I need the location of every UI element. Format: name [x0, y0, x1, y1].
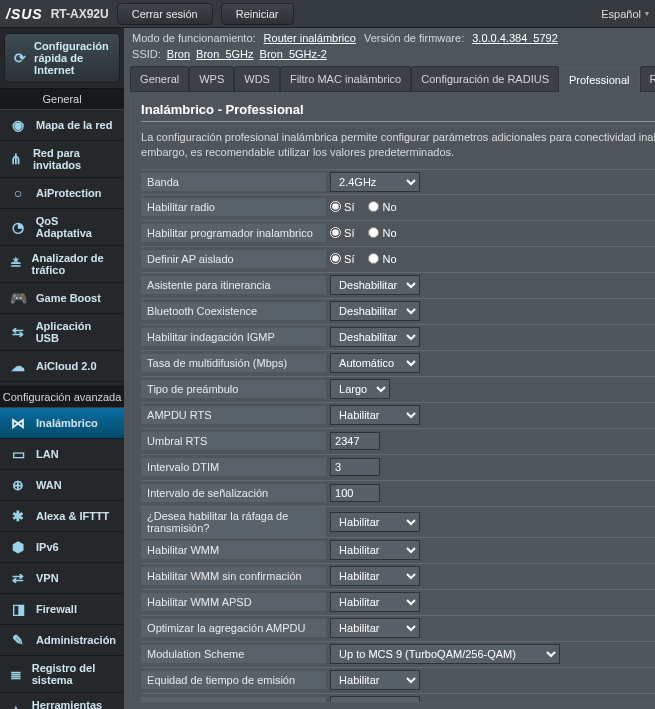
select-15[interactable]: Habilitar	[330, 566, 420, 586]
select-0[interactable]: 2.4GHz	[330, 172, 420, 192]
input-11[interactable]	[330, 458, 380, 476]
mode-value[interactable]: Router inalámbrico	[264, 32, 356, 44]
sidebar-general-item-3[interactable]: ◔QoS Adaptativa	[0, 209, 124, 246]
sidebar: ⟳ Configuración rápida de Internet Gener…	[0, 28, 124, 709]
form-row-4: Asistente para itineranciaDeshabilitar	[141, 273, 655, 299]
form-row-13: ¿Desea habilitar la ráfaga de transmisió…	[141, 507, 655, 538]
sidebar-advanced-item-4[interactable]: ⬢IPv6	[0, 532, 124, 563]
sidebar-advanced-item-0[interactable]: ⋈Inalámbrico	[0, 408, 124, 439]
select-4[interactable]: Deshabilitar	[330, 275, 420, 295]
select-19[interactable]: Habilitar	[330, 670, 420, 690]
quick-line2: rápida de Internet	[34, 52, 83, 76]
radio-3-1[interactable]: No	[368, 253, 396, 265]
sidebar-advanced-item-icon-2: ⊕	[8, 476, 28, 494]
sidebar-section-advanced: Configuración avanzada	[0, 386, 124, 408]
sidebar-general-item-icon-0: ◉	[8, 116, 28, 134]
select-8[interactable]: Largo	[330, 379, 390, 399]
sidebar-general-item-4[interactable]: ≛Analizador de tráfico	[0, 246, 124, 283]
reboot-button[interactable]: Reiniciar	[221, 3, 294, 25]
header-info: Modo de funcionamiento: Router inalámbri…	[124, 28, 655, 62]
radio-1-1[interactable]: No	[368, 201, 396, 213]
form-label-16: Habilitar WMM APSD	[141, 593, 326, 611]
radio-input-2-0[interactable]	[330, 227, 341, 238]
ssid-3: Bron_5GHz-2	[260, 48, 327, 60]
tab-wds[interactable]: WDS	[234, 66, 280, 91]
select-7[interactable]: Automático	[330, 353, 420, 373]
select-20[interactable]: Habilitar	[330, 696, 420, 703]
form-value-8: Largo	[326, 377, 655, 401]
sidebar-advanced-item-6[interactable]: ◨Firewall	[0, 594, 124, 625]
sidebar-advanced-item-3[interactable]: ✱Alexa & IFTTT	[0, 501, 124, 532]
quick-setup-button[interactable]: ⟳ Configuración rápida de Internet	[4, 33, 120, 83]
select-9[interactable]: Habilitar	[330, 405, 420, 425]
form-value-1: SíNo	[326, 199, 655, 217]
form-row-14: Habilitar WMMHabilitar	[141, 538, 655, 564]
sidebar-general-item-icon-1: ⋔	[8, 150, 25, 168]
sidebar-general-item-0[interactable]: ◉Mapa de la red	[0, 110, 124, 141]
form-row-1: Habilitar radioSíNo	[141, 195, 655, 221]
radio-input-2-1[interactable]	[368, 227, 379, 238]
select-17[interactable]: Habilitar	[330, 618, 420, 638]
sidebar-general-item-1[interactable]: ⋔Red para invitados	[0, 141, 124, 178]
form-label-20: Beamforming explícito	[141, 697, 326, 703]
sidebar-advanced-item-9[interactable]: ✦Herramientas de red	[0, 693, 124, 709]
tabs: GeneralWPSWDSFiltro MAC inalámbricoConfi…	[130, 66, 655, 92]
radio-3-0[interactable]: Sí	[330, 253, 354, 265]
sidebar-advanced-item-label-6: Firewall	[36, 603, 77, 615]
radio-input-1-1[interactable]	[368, 201, 379, 212]
select-13[interactable]: Habilitar	[330, 512, 420, 532]
sidebar-general-item-label-5: Game Boost	[36, 292, 101, 304]
sidebar-advanced-item-8[interactable]: ≣Registro del sistema	[0, 656, 124, 693]
radio-2-1[interactable]: No	[368, 227, 396, 239]
radio-2-0[interactable]: Sí	[330, 227, 354, 239]
select-6[interactable]: Deshabilitar	[330, 327, 420, 347]
sidebar-general-item-label-3: QoS Adaptativa	[36, 215, 116, 239]
form-row-12: Intervalo de señalización	[141, 481, 655, 507]
form-value-9: Habilitar	[326, 403, 655, 427]
input-10[interactable]	[330, 432, 380, 450]
tab-roaming-block-list[interactable]: Roaming Block List	[640, 66, 655, 91]
form-row-18: Modulation SchemeUp to MCS 9 (TurboQAM/2…	[141, 642, 655, 668]
radio-input-3-1[interactable]	[368, 253, 379, 264]
tab-general[interactable]: General	[130, 66, 189, 91]
form-label-12: Intervalo de señalización	[141, 484, 326, 502]
tab-filtro-mac-inalámbrico[interactable]: Filtro MAC inalámbrico	[280, 66, 411, 91]
chevron-down-icon: ▾	[645, 9, 649, 18]
select-5[interactable]: Deshabilitar	[330, 301, 420, 321]
form-label-15: Habilitar WMM sin confirmación	[141, 567, 326, 585]
sidebar-advanced-item-1[interactable]: ▭LAN	[0, 439, 124, 470]
radio-input-1-0[interactable]	[330, 201, 341, 212]
form-label-0: Banda	[141, 173, 326, 191]
sidebar-general-item-7[interactable]: ☁AiCloud 2.0	[0, 351, 124, 382]
sidebar-general-item-icon-5: 🎮	[8, 289, 28, 307]
logout-button[interactable]: Cerrar sesión	[117, 3, 213, 25]
sidebar-general-item-6[interactable]: ⇆Aplicación USB	[0, 314, 124, 351]
form-row-17: Optimizar la agregación AMPDUHabilitar	[141, 616, 655, 642]
select-14[interactable]: Habilitar	[330, 540, 420, 560]
fw-value[interactable]: 3.0.0.4.384_5792	[472, 32, 558, 44]
form-row-19: Equidad de tiempo de emisiónHabilitar	[141, 668, 655, 694]
brand-logo: /SUS	[6, 6, 43, 22]
select-16[interactable]: Habilitar	[330, 592, 420, 612]
language-dropdown[interactable]: Español ▾	[601, 8, 649, 20]
radio-1-0[interactable]: Sí	[330, 201, 354, 213]
tab-wps[interactable]: WPS	[189, 66, 234, 91]
select-18[interactable]: Up to MCS 9 (TurboQAM/256-QAM)	[330, 644, 560, 664]
sidebar-advanced-item-label-5: VPN	[36, 572, 59, 584]
sidebar-advanced-item-2[interactable]: ⊕WAN	[0, 470, 124, 501]
input-12[interactable]	[330, 484, 380, 502]
sidebar-general-item-5[interactable]: 🎮Game Boost	[0, 283, 124, 314]
sidebar-general-item-2[interactable]: ○AiProtection	[0, 178, 124, 209]
tab-configuración-de-radius[interactable]: Configuración de RADIUS	[411, 66, 559, 91]
sidebar-general-item-icon-4: ≛	[8, 255, 24, 273]
tab-professional[interactable]: Professional	[559, 67, 640, 92]
fw-label: Versión de firmware:	[364, 32, 464, 44]
sidebar-advanced-item-5[interactable]: ⇄VPN	[0, 563, 124, 594]
form-value-3: SíNo	[326, 251, 655, 269]
topbar: /SUS RT-AX92U Cerrar sesión Reiniciar Es…	[0, 0, 655, 28]
radio-input-3-0[interactable]	[330, 253, 341, 264]
mode-label: Modo de funcionamiento:	[132, 32, 256, 44]
form-label-7: Tasa de multidifusión (Mbps)	[141, 354, 326, 372]
sidebar-advanced-item-7[interactable]: ✎Administración	[0, 625, 124, 656]
form-row-3: Definir AP aisladoSíNo	[141, 247, 655, 273]
